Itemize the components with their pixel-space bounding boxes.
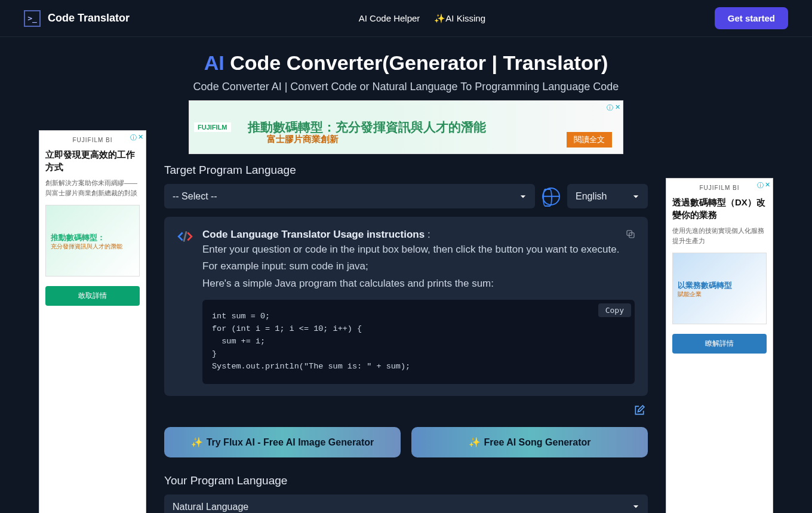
- target-language-label: Target Program Language: [164, 164, 648, 177]
- sparkle-icon: ✨: [191, 437, 203, 447]
- hero: AI Code Converter(Generator | Translator…: [0, 37, 812, 100]
- nav-ai-code-helper[interactable]: AI Code Helper: [359, 13, 420, 24]
- logo-icon: >_: [24, 10, 41, 27]
- code-sample: Copyint sum = 0; for (int i = 1; i <= 10…: [202, 300, 635, 384]
- ad-close-icon[interactable]: ⓘ✕: [757, 181, 770, 190]
- your-language-select[interactable]: Natural Language: [164, 494, 648, 513]
- ad-cta-button[interactable]: 敢取詳情: [45, 286, 140, 306]
- brand-area[interactable]: >_ Code Translator: [24, 10, 130, 27]
- instructions-title: Code Language Translator Usage instructi…: [202, 229, 425, 240]
- ad-image: 推動數碼轉型： 充分發揮資訊與人才的潛能: [45, 205, 140, 277]
- edit-icon[interactable]: [633, 408, 645, 418]
- ad-image: 以業務數碼轉型 賦能企業: [672, 253, 767, 324]
- left-sidebar-ad[interactable]: ⓘ✕ FUJIFILM BI 立即發現更高效的工作方式 創新解決方案助你未雨綢繆…: [39, 130, 146, 513]
- page-title: AI Code Converter(Generator | Translator…: [0, 51, 812, 75]
- page-subtitle: Code Converter AI | Convert Code or Natu…: [0, 81, 812, 93]
- promo-flux-ai[interactable]: ✨Try Flux AI - Free AI Image Generator: [164, 427, 401, 457]
- ui-language-select[interactable]: English: [567, 184, 648, 208]
- your-language-label: Your Program Language: [164, 474, 648, 487]
- ad-read-more[interactable]: 閱讀全文: [567, 132, 612, 148]
- globe-icon: [542, 188, 560, 205]
- instructions-text: Enter your question or code in the input…: [202, 242, 635, 257]
- sparkle-icon: ✨: [469, 437, 481, 447]
- nav: AI Code Helper ✨AI Kissing: [359, 13, 485, 24]
- copy-icon[interactable]: [625, 229, 636, 242]
- ad-cta-button[interactable]: 瞭解詳情: [672, 334, 767, 354]
- brand-name: Code Translator: [48, 12, 130, 24]
- promo-ai-song[interactable]: ✨Free AI Song Generator: [411, 427, 648, 457]
- ad-close-icon[interactable]: ⓘ✕: [130, 133, 143, 142]
- get-started-button[interactable]: Get started: [715, 7, 788, 29]
- top-banner-ad[interactable]: ⓘ✕ FUJIFILM 推動數碼轉型：充分發揮資訊與人才的潛能 富士膠片商業創新…: [189, 100, 623, 154]
- instructions-panel: Code Language Translator Usage instructi…: [164, 217, 648, 396]
- ad-close-icon[interactable]: ⓘ✕: [607, 103, 620, 112]
- target-language-select[interactable]: -- Select --: [164, 184, 535, 208]
- nav-ai-kissing[interactable]: ✨AI Kissing: [434, 13, 485, 24]
- right-sidebar-ad[interactable]: ⓘ✕ FUJIFILM BI 透過數碼轉型（DX）改變你的業務 使用先進的技術實…: [666, 178, 773, 513]
- header: >_ Code Translator AI Code Helper ✨AI Ki…: [0, 0, 812, 37]
- copy-code-button[interactable]: Copy: [598, 303, 631, 317]
- code-icon: [177, 229, 193, 244]
